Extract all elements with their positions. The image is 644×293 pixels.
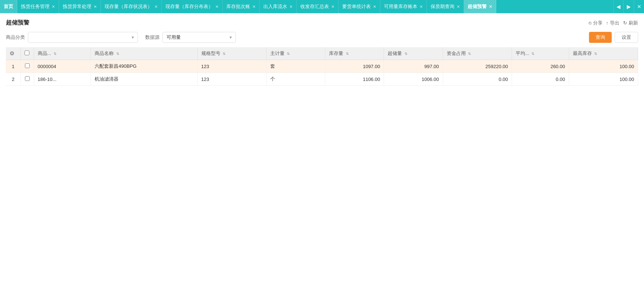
settings-button[interactable]: 设置 [615,32,638,43]
cell-spec-0: 123 [197,60,266,73]
close-tab-2-icon[interactable]: ✕ [94,4,97,9]
th-spec-label: 规格型号 [201,51,220,56]
th-max-stock-label: 最高库存 [573,51,592,56]
row-checkbox-0[interactable] [25,63,30,68]
sort-icon-goods-name: ⇅ [116,52,119,56]
sort-icon-avg: ⇅ [531,52,534,56]
cell-max-stock-0: 100.00 [569,60,638,73]
th-over-stock[interactable]: 超储量 ⇅ [384,47,443,60]
cell-over-stock-0: 997.00 [384,60,443,73]
nav-tab-9[interactable]: 可用量库存账本 ✕ [380,0,427,13]
export-button[interactable]: ↑ 导出 [606,20,620,26]
th-max-stock[interactable]: 最高库存 ⇅ [569,47,638,60]
sort-icon-spec: ⇅ [223,52,226,56]
sort-icon-stock: ⇅ [346,52,349,56]
filter-area: 商品分类 ▾ 数据源 可用量 ▾ 查询 设置 [6,32,638,43]
sort-icon-max-stock: ⇅ [594,52,597,56]
table-row: 1 0000004 六配套新昌490BPG 123 套 1097.00 997.… [6,60,638,73]
nav-tab-2[interactable]: 拣货异常处理 ✕ [59,0,101,13]
cell-spec-1: 123 [197,73,266,86]
header-actions: ⎋ 分享 ↑ 导出 ↻ 刷新 [589,20,638,26]
gear-icon[interactable]: ⚙ [10,50,14,56]
th-avg-label: 平均... [516,51,529,56]
cell-capital-1: 0.00 [443,73,512,86]
close-tab-1-icon[interactable]: ✕ [52,4,55,9]
th-stock-label: 库存量 [329,51,343,56]
table-body: 1 0000004 六配套新昌490BPG 123 套 1097.00 997.… [6,60,638,86]
cell-goods-name-0: 六配套新昌490BPG [91,60,197,73]
th-goods-name-label: 商品名称 [95,51,114,56]
nav-tab-4[interactable]: 现存量（库存分布表） ✕ [162,0,223,13]
cell-goods-code-1: 186-10... [34,73,91,86]
th-checkbox[interactable] [21,47,34,60]
nav-next-button[interactable]: ▶ [623,0,634,13]
nav-tab-10[interactable]: 保质期查询 ✕ [427,0,464,13]
close-tab-11-icon[interactable]: ✕ [489,4,492,9]
th-gear[interactable]: ⚙ [6,47,21,60]
th-stock[interactable]: 库存量 ⇅ [325,47,384,60]
category-select[interactable]: ▾ [28,32,138,43]
nav-tab-6[interactable]: 出入库流水 ✕ [260,0,297,13]
nav-arrow-group: ◀ ▶ ✕ [613,0,644,13]
nav-tab-11[interactable]: 超储预警 ✕ [464,0,496,13]
refresh-button[interactable]: ↻ 刷新 [623,20,638,26]
category-filter: 商品分类 ▾ [6,32,138,43]
close-tab-9-icon[interactable]: ✕ [420,4,423,9]
nav-tab-1[interactable]: 拣货任务管理 ✕ [17,0,59,13]
th-goods-name[interactable]: 商品名称 ⇅ [91,47,197,60]
share-button[interactable]: ⎋ 分享 [589,20,603,26]
row-checkbox-cell-1[interactable] [21,73,34,86]
cell-max-stock-1: 100.00 [569,73,638,86]
data-table: ⚙ 商品... ⇅ 商品名称 ⇅ 规格型号 ⇅ 主计量 [6,47,638,86]
cell-avg-0: 260.00 [512,60,569,73]
nav-tab-5[interactable]: 库存批次账 ✕ [223,0,260,13]
cell-unit-0: 套 [266,60,325,73]
sort-icon-over-stock: ⇅ [405,52,407,56]
chevron-down-icon: ▾ [132,35,134,40]
cell-stock-1: 1106.00 [325,73,384,86]
row-number-1: 2 [6,73,21,86]
cell-unit-1: 个 [266,73,325,86]
close-tab-6-icon[interactable]: ✕ [289,4,293,9]
chevron-down-icon-2: ▾ [230,35,232,40]
row-checkbox-1[interactable] [25,76,30,81]
page-content: 超储预警 ⎋ 分享 ↑ 导出 ↻ 刷新 商品分类 ▾ 数据源 [0,13,644,293]
query-button[interactable]: 查询 [589,32,612,43]
nav-close-all-button[interactable]: ✕ [634,0,644,13]
top-navigation: 首页 拣货任务管理 ✕ 拣货异常处理 ✕ 现存量（库存状况表） ✕ 现存量（库存… [0,0,644,13]
nav-tab-8[interactable]: 要货单统计表 ✕ [339,0,380,13]
close-tab-4-icon[interactable]: ✕ [215,4,219,9]
th-capital[interactable]: 资金占用 ⇅ [443,47,512,60]
th-unit[interactable]: 主计量 ⇅ [266,47,325,60]
th-spec[interactable]: 规格型号 ⇅ [197,47,266,60]
datasource-filter: 数据源 可用量 ▾ [145,32,236,43]
nav-tab-3[interactable]: 现存量（库存状况表） ✕ [101,0,162,13]
row-number-0: 1 [6,60,21,73]
datasource-select[interactable]: 可用量 ▾ [162,32,236,43]
page-title: 超储预警 [6,19,29,27]
close-tab-10-icon[interactable]: ✕ [457,4,460,9]
th-avg[interactable]: 平均... ⇅ [512,47,569,60]
datasource-label: 数据源 [145,34,160,41]
share-icon: ⎋ [589,20,592,26]
row-checkbox-cell-0[interactable] [21,60,34,73]
th-capital-label: 资金占用 [447,51,466,56]
sort-icon-unit: ⇅ [287,52,290,56]
th-unit-label: 主计量 [270,51,285,56]
close-tab-3-icon[interactable]: ✕ [154,4,158,9]
close-tab-8-icon[interactable]: ✕ [373,4,376,9]
nav-tab-home[interactable]: 首页 [0,0,17,13]
sort-icon-capital: ⇅ [468,52,471,56]
th-goods-code[interactable]: 商品... ⇅ [34,47,91,60]
page-header: 超储预警 ⎋ 分享 ↑ 导出 ↻ 刷新 [6,19,638,27]
nav-prev-button[interactable]: ◀ [613,0,623,13]
cell-goods-name-1: 机油滤清器 [91,73,197,86]
refresh-icon: ↻ [623,20,627,26]
close-tab-5-icon[interactable]: ✕ [252,4,256,9]
datasource-select-value: 可用量 [167,34,181,41]
nav-tab-7[interactable]: 收发存汇总表 ✕ [297,0,339,13]
close-tab-7-icon[interactable]: ✕ [331,4,334,9]
export-icon: ↑ [606,20,609,26]
filter-buttons: 查询 设置 [589,32,638,43]
select-all-checkbox[interactable] [25,51,29,55]
